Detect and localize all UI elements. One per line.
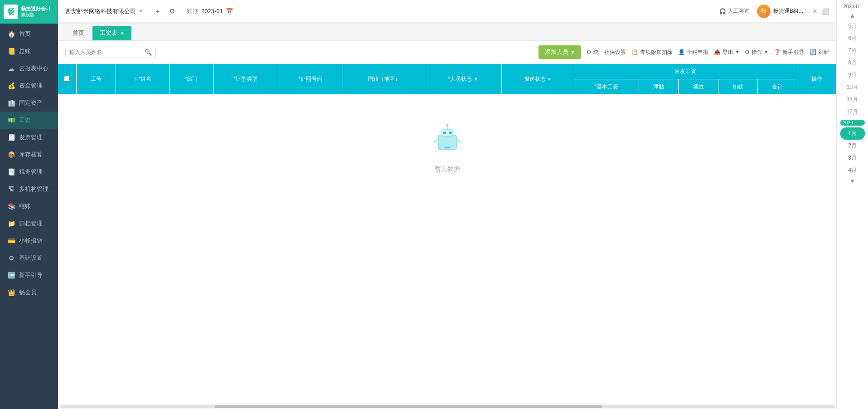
user-name: 畅捷通B组... [773, 7, 803, 15]
sidebar-item-cloud_report[interactable]: ☁云报表中心 [0, 60, 58, 77]
refresh-label: 刷新 [818, 49, 829, 56]
salary-icon: 💵 [7, 117, 15, 124]
salary-table: 工号 ⇅ *姓名 *部门 *证型类型 *证照号码 国籍（地区） *人员状态 [58, 64, 836, 94]
export-btn[interactable]: 📤 导出 ▼ [714, 49, 739, 56]
user-avatar: 畅 [757, 5, 771, 18]
month-item-prev-5月[interactable]: 5月 [840, 20, 865, 32]
maximize-window-btn[interactable]: ⬜ [821, 8, 829, 15]
sidebar-item-invoice[interactable]: 🧾发票管理 [0, 129, 58, 146]
service-btn[interactable]: 🎧 人工咨询 [719, 7, 750, 15]
sidebar-nav: 🏠首页📒总账☁云报表中心💰资金管理🏢固定资产💵工资🧾发票管理📦库存核算📑税务管理… [0, 24, 58, 409]
add-person-btn[interactable]: 添加人员 ▼ [538, 45, 581, 59]
guide-label: 新手引导 [782, 49, 804, 56]
app-logo: 畅 畅捷通好会计 旗舰版 [0, 0, 58, 24]
add-company-btn[interactable]: + [152, 6, 163, 17]
sidebar-item-base_settings[interactable]: ⚙基础设置 [0, 249, 58, 267]
month-item-prev-11月[interactable]: 11月 [840, 93, 865, 106]
sidebar-item-tax[interactable]: 📑税务管理 [0, 163, 58, 180]
sidebar-item-member[interactable]: 👑畅会员 [0, 284, 58, 301]
refresh-icon: 🔄 [810, 49, 816, 55]
tab-home[interactable]: 首页 [65, 26, 92, 40]
date-panel-header: 2023.01 [844, 4, 862, 9]
company-selector[interactable]: 西安虾米网络科技有限公司 ▼ [65, 7, 143, 15]
sidebar-label-ledger: 总账 [19, 47, 31, 55]
sidebar-label-new_guide: 新手引导 [19, 271, 43, 279]
month-item-prev-8月[interactable]: 8月 [840, 57, 865, 69]
guide-btn[interactable]: ❓ 新手引导 [774, 49, 804, 56]
th-submit-filter-icon[interactable]: ▼ [547, 77, 552, 82]
month-item-prev-9月[interactable]: 9月 [840, 69, 865, 81]
multi_org-icon: 🏗 [7, 185, 15, 193]
month-item-prev-10月[interactable]: 10月 [840, 81, 865, 93]
user-menu[interactable]: 畅 畅捷通B组... [757, 5, 803, 18]
sidebar-label-expense: 小畅报销 [19, 237, 43, 245]
archive-icon: 📁 [7, 220, 15, 227]
close_book-icon: 📚 [7, 203, 15, 210]
search-input[interactable] [69, 49, 142, 55]
tax-icon: 📑 [7, 168, 15, 175]
month-item-2月[interactable]: 2月 [840, 140, 865, 152]
home-icon: 🏠 [7, 30, 15, 38]
th-checkbox[interactable] [58, 64, 76, 94]
th-name: ⇅ *姓名 [116, 64, 169, 94]
period-calendar-icon[interactable]: 📅 [226, 8, 233, 15]
refresh-btn[interactable]: 🔄 刷新 [810, 49, 829, 56]
sidebar-label-home: 首页 [19, 30, 31, 38]
sidebar-item-asset[interactable]: 🏢固定资产 [0, 94, 58, 112]
special-deduction-btn[interactable]: 📋 专项附加扣除 [631, 49, 673, 56]
th-actions: 操作 [797, 64, 836, 94]
tab-salary[interactable]: 工资表 ✕ [92, 26, 131, 40]
svg-line-4 [434, 139, 438, 142]
company-dropdown-icon[interactable]: ▼ [139, 9, 143, 14]
app-edition: 旗舰版 [21, 12, 51, 18]
scrollbar-thumb[interactable] [215, 405, 602, 408]
tax-report-label: 个税申报 [687, 49, 708, 56]
sidebar-item-archive[interactable]: 📁归档管理 [0, 215, 58, 232]
add-person-arrow-icon: ▼ [570, 50, 575, 55]
search-box[interactable]: 🔍 [65, 47, 156, 58]
table-container: 工号 ⇅ *姓名 *部门 *证型类型 *证照号码 国籍（地区） *人员状态 [58, 64, 836, 404]
tax-report-btn[interactable]: 👤 个税申报 [678, 49, 708, 56]
date-nav-down[interactable]: ▼ [849, 176, 857, 185]
sidebar-item-ledger[interactable]: 📒总账 [0, 43, 58, 60]
sidebar-label-salary: 工资 [19, 116, 31, 124]
date-panel: 2023.01 ▲ 5月6月7月8月9月10月11月12月20231月2月3月4… [836, 0, 868, 409]
asset-icon: 🏢 [7, 99, 15, 107]
sidebar-item-salary[interactable]: 💵工资 [0, 112, 58, 129]
month-item-1月[interactable]: 1月 [840, 127, 865, 140]
month-item-prev-6月[interactable]: 6月 [840, 32, 865, 44]
month-item-4月[interactable]: 4月 [840, 164, 865, 176]
social-security-btn[interactable]: ⚙ 统一社保设置 [587, 49, 626, 56]
sidebar-item-expense[interactable]: 💳小畅报销 [0, 232, 58, 249]
date-nav-up[interactable]: ▲ [849, 11, 857, 20]
sidebar-item-close_book[interactable]: 📚结账 [0, 198, 58, 215]
search-icon: 🔍 [145, 49, 152, 56]
empty-icon [429, 122, 466, 158]
close-window-btn[interactable]: ✕ [812, 8, 818, 15]
tax-report-icon: 👤 [678, 49, 685, 55]
month-item-prev-7月[interactable]: 7月 [840, 44, 865, 57]
tab-salary-close[interactable]: ✕ [120, 30, 124, 36]
settings-btn[interactable]: ⚙ [167, 6, 178, 17]
top-bar: 西安虾米网络科技有限公司 ▼ + ⚙ 账期 2023-01 📅 🎧 人工咨询 畅… [58, 0, 836, 23]
tab-home-label: 首页 [73, 29, 84, 37]
sidebar-label-cloud_report: 云报表中心 [19, 64, 48, 73]
select-all-checkbox[interactable] [64, 76, 70, 82]
th-status-filter-icon[interactable]: ▼ [474, 77, 478, 82]
sidebar-item-home[interactable]: 🏠首页 [0, 25, 58, 43]
member-icon: 👑 [7, 289, 15, 296]
ledger-icon: 📒 [7, 48, 15, 55]
month-item-prev-12月[interactable]: 12月 [840, 106, 865, 118]
sidebar-item-new_guide[interactable]: 🆕新手引导 [0, 267, 58, 284]
sidebar-item-inventory[interactable]: 📦库存核算 [0, 146, 58, 163]
th-salary-group: 应发工资 [574, 64, 797, 79]
sidebar-item-fund[interactable]: 💰资金管理 [0, 77, 58, 94]
month-item-3月[interactable]: 3月 [840, 152, 865, 164]
topbar-right: 🎧 人工咨询 畅 畅捷通B组... [719, 5, 803, 18]
svg-point-2 [443, 131, 446, 134]
bottom-scrollbar[interactable] [58, 404, 836, 409]
operation-btn[interactable]: ⚙ 操作 ▼ [745, 49, 768, 56]
sidebar-item-multi_org[interactable]: 🏗多机构管理 [0, 180, 58, 198]
special-deduction-label: 专项附加扣除 [640, 49, 673, 56]
th-emp-no: 工号 [76, 64, 116, 94]
